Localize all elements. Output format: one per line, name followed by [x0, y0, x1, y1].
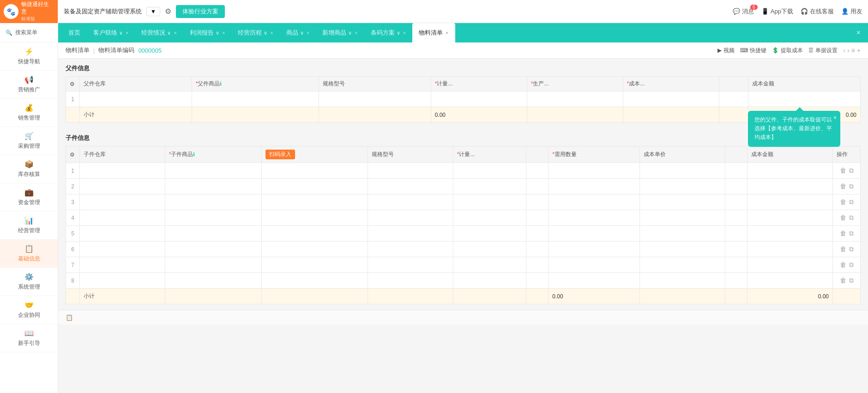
tab-profit[interactable]: 利润报告 ∨ ×: [183, 23, 231, 42]
next-page-button[interactable]: ›: [847, 47, 850, 54]
online-service-button[interactable]: 🎧 在线客服: [801, 7, 834, 16]
child-row-1-unit[interactable]: [453, 163, 526, 179]
sidebar-item-marketing[interactable]: 📢 营销推广: [0, 71, 58, 99]
child-row-7-unit[interactable]: [453, 257, 526, 273]
view-action[interactable]: ▶ 视频: [717, 47, 735, 54]
parent-row-1-goods[interactable]: [192, 91, 319, 107]
copy-row-7-button[interactable]: ⧉: [849, 261, 854, 269]
tab-barcode-close[interactable]: ×: [403, 30, 406, 36]
child-row-2-spec[interactable]: [368, 179, 453, 194]
copy-row-8-button[interactable]: ⧉: [849, 277, 854, 284]
child-row-8-warehouse[interactable]: [80, 273, 165, 289]
parent-row-1-cost[interactable]: [623, 91, 719, 107]
child-row-2-unit[interactable]: [453, 179, 526, 194]
child-row-6-spec[interactable]: [368, 242, 453, 257]
search-menu-button[interactable]: 🔍 搜索菜单: [4, 27, 54, 38]
tooltip-close-button[interactable]: ×: [833, 114, 837, 122]
child-row-6-goods[interactable]: [165, 242, 261, 257]
sidebar-item-quick-nav[interactable]: ⚡ 快捷导航: [0, 42, 58, 71]
tab-goods-close[interactable]: ×: [307, 30, 309, 36]
child-row-5-qty[interactable]: [549, 226, 640, 242]
list-view-button[interactable]: ≡: [851, 47, 855, 54]
tab-operation[interactable]: 经营情况 ∨ ×: [135, 23, 183, 42]
user-button[interactable]: 👤 用友: [841, 7, 862, 16]
delete-row-6-button[interactable]: 🗑: [840, 245, 846, 253]
tab-goods[interactable]: 商品 ∨ ×: [280, 23, 316, 42]
child-row-1-unit-cost[interactable]: [640, 163, 725, 179]
prev-page-button[interactable]: ‹: [843, 47, 845, 54]
single-settings-action[interactable]: ☰ 单据设置: [808, 47, 838, 54]
tab-history-close[interactable]: ×: [270, 30, 273, 36]
add-button[interactable]: +: [857, 47, 861, 54]
child-row-7-qty[interactable]: [549, 257, 640, 273]
parent-row-1-unit[interactable]: [431, 91, 527, 107]
copy-row-2-button[interactable]: ⧉: [849, 182, 854, 190]
parent-col-gear[interactable]: ⚙: [66, 77, 80, 91]
copy-row-4-button[interactable]: ⧉: [849, 214, 854, 222]
copy-row-6-button[interactable]: ⧉: [849, 245, 854, 253]
child-row-6-unit[interactable]: [453, 242, 526, 257]
child-row-5-warehouse[interactable]: [80, 226, 165, 242]
child-row-7-goods[interactable]: [165, 257, 261, 273]
sidebar-search[interactable]: 🔍 搜索菜单: [0, 23, 58, 42]
child-row-4-spec[interactable]: [368, 210, 453, 226]
child-row-7-warehouse[interactable]: [80, 257, 165, 273]
sidebar-item-sales[interactable]: 💰 销售管理: [0, 99, 58, 127]
tab-profit-close[interactable]: ×: [222, 30, 225, 36]
tab-new-goods-close[interactable]: ×: [355, 30, 357, 36]
child-row-5-goods[interactable]: [165, 226, 261, 242]
child-row-1-warehouse[interactable]: [80, 163, 165, 179]
child-row-6-warehouse[interactable]: [80, 242, 165, 257]
child-row-8-unit-cost[interactable]: [640, 273, 725, 289]
parent-row-1-produce[interactable]: [527, 91, 623, 107]
child-row-5-spec[interactable]: [368, 226, 453, 242]
tab-new-goods[interactable]: 新增商品 ∨ ×: [316, 23, 364, 42]
child-row-3-qty[interactable]: [549, 194, 640, 210]
tab-home[interactable]: 首页: [62, 23, 87, 42]
sidebar-item-enterprise[interactable]: 🤝 企业协同: [0, 296, 58, 324]
child-row-3-unit[interactable]: [453, 194, 526, 210]
app-download-button[interactable]: 📱 App下载: [761, 7, 793, 16]
child-row-3-unit-cost[interactable]: [640, 194, 725, 210]
child-row-4-goods[interactable]: [165, 210, 261, 226]
close-all-tabs-button[interactable]: ×: [853, 29, 864, 37]
tab-bom-close[interactable]: ×: [446, 30, 448, 36]
child-row-8-goods[interactable]: [165, 273, 261, 289]
copy-row-5-button[interactable]: ⧉: [849, 230, 854, 237]
tab-customer-close[interactable]: ×: [126, 30, 128, 36]
system-dropdown[interactable]: ▼: [146, 7, 160, 16]
child-row-6-qty[interactable]: [549, 242, 640, 257]
parent-row-1-spec[interactable]: [319, 91, 431, 107]
copy-row-3-button[interactable]: ⧉: [849, 198, 854, 206]
message-button[interactable]: 💬 消息 6: [733, 7, 754, 16]
child-row-5-unit[interactable]: [453, 226, 526, 242]
child-row-4-warehouse[interactable]: [80, 210, 165, 226]
child-row-8-unit[interactable]: [453, 273, 526, 289]
shortcut-action[interactable]: ⌨ 快捷键: [740, 47, 766, 54]
scan-input-button[interactable]: 扫码录入: [265, 150, 295, 159]
child-row-3-goods[interactable]: [165, 194, 261, 210]
child-row-2-qty[interactable]: [549, 179, 640, 194]
child-row-4-qty[interactable]: [549, 210, 640, 226]
delete-row-5-button[interactable]: 🗑: [840, 230, 846, 237]
child-row-7-unit-cost[interactable]: [640, 257, 725, 273]
sidebar-item-business[interactable]: 📊 经营管理: [0, 212, 58, 240]
child-row-2-warehouse[interactable]: [80, 179, 165, 194]
child-row-4-unit[interactable]: [453, 210, 526, 226]
child-row-6-unit-cost[interactable]: [640, 242, 725, 257]
delete-row-7-button[interactable]: 🗑: [840, 261, 846, 269]
sidebar-item-guide[interactable]: 📖 新手引导: [0, 324, 58, 352]
sidebar-item-inventory[interactable]: 📦 库存核算: [0, 155, 58, 183]
parent-row-1-warehouse[interactable]: [80, 91, 192, 107]
delete-row-3-button[interactable]: 🗑: [840, 198, 846, 206]
sidebar-item-finance[interactable]: 💼 资金管理: [0, 183, 58, 212]
child-row-2-goods[interactable]: [165, 179, 261, 194]
child-row-5-unit-cost[interactable]: [640, 226, 725, 242]
child-row-2-unit-cost[interactable]: [640, 179, 725, 194]
child-row-7-spec[interactable]: [368, 257, 453, 273]
child-row-1-qty[interactable]: [549, 163, 640, 179]
sidebar-item-purchase[interactable]: 🛒 采购管理: [0, 127, 58, 155]
copy-row-1-button[interactable]: ⧉: [849, 167, 854, 175]
tab-operation-close[interactable]: ×: [174, 30, 176, 36]
child-row-3-spec[interactable]: [368, 194, 453, 210]
